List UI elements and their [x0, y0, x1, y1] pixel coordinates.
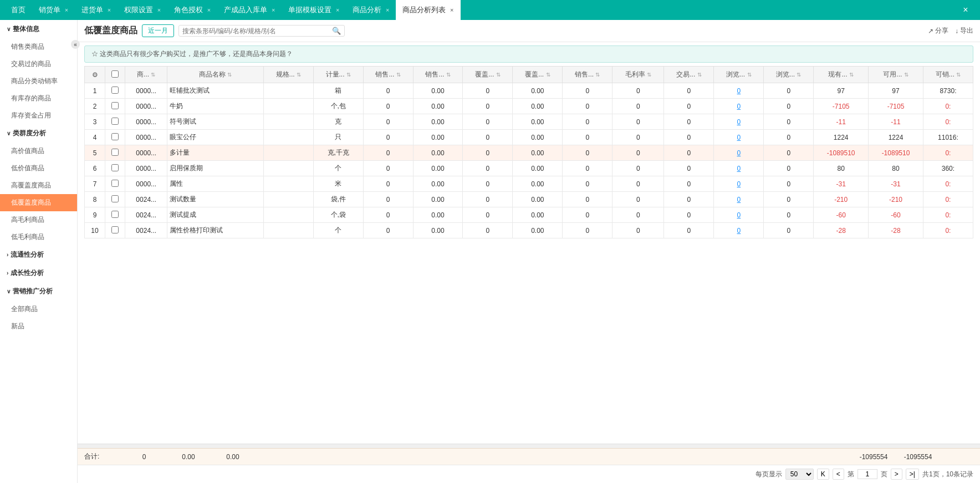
row-browse1[interactable]: 0 [714, 207, 764, 223]
row-browse1[interactable]: 0 [714, 145, 764, 161]
row-checkbox-cell[interactable] [105, 192, 125, 207]
nav-sales-close[interactable]: × [65, 7, 68, 13]
row-checkbox[interactable] [111, 164, 119, 171]
row-checkbox-cell[interactable] [105, 83, 125, 99]
col-spec[interactable]: 规格... ⇅ [263, 67, 313, 83]
col-unit[interactable]: 计量... ⇅ [313, 67, 363, 83]
row-checkbox[interactable] [111, 195, 119, 202]
table-row[interactable]: 8 0024... 测试数量 袋,件 0 0.00 0 0.00 0 0 0 0… [85, 192, 973, 207]
row-browse1[interactable]: 0 [714, 114, 764, 130]
sidebar-item-high-profit[interactable]: 高毛利商品 [0, 211, 77, 228]
table-row[interactable]: 5 0000... 多计量 克,千克 0 0.00 0 0.00 0 0 0 0… [85, 145, 973, 161]
row-checkbox[interactable] [111, 180, 119, 187]
col-browse1[interactable]: 浏览... ⇅ [714, 67, 764, 83]
nav-goods-analysis-list-close[interactable]: × [450, 7, 453, 13]
sidebar-item-in-stock[interactable]: 有库存的商品 [0, 90, 77, 107]
table-row[interactable]: 9 0024... 测试提成 个,袋 0 0.00 0 0.00 0 0 0 0… [85, 207, 973, 223]
row-checkbox-cell[interactable] [105, 207, 125, 223]
row-checkbox[interactable] [111, 211, 119, 218]
row-checkbox[interactable] [111, 133, 119, 140]
col-code[interactable]: 商... ⇅ [125, 67, 167, 83]
page-size-select[interactable]: 20 50 100 200 [785, 469, 814, 480]
select-all-checkbox[interactable] [111, 70, 119, 78]
row-checkbox-cell[interactable] [105, 130, 125, 145]
nav-templates-close[interactable]: × [336, 7, 339, 13]
row-checkbox-cell[interactable] [105, 176, 125, 192]
sidebar-item-category-rate[interactable]: 商品分类动销率 [0, 73, 77, 90]
table-row[interactable]: 6 0000... 启用保质期 个 0 0.00 0 0.00 0 0 0 0 … [85, 161, 973, 176]
sidebar-section-overall[interactable]: « ∨ 整体信息 [0, 20, 77, 38]
page-number-input[interactable] [858, 469, 877, 479]
prev-page-button[interactable]: < [833, 469, 844, 480]
search-icon[interactable]: 🔍 [332, 27, 341, 35]
col-name[interactable]: 商品名称 ⇅ [167, 67, 264, 83]
col-browse2[interactable]: 浏览... ⇅ [764, 67, 814, 83]
row-browse1[interactable]: 0 [714, 99, 764, 114]
col-checkbox[interactable] [105, 67, 125, 83]
nav-templates[interactable]: 单据模板设置 × [282, 0, 346, 20]
row-browse1[interactable]: 0 [714, 192, 764, 207]
col-sales-qty[interactable]: 销售... ⇅ [363, 67, 413, 83]
row-checkbox-cell[interactable] [105, 161, 125, 176]
row-checkbox[interactable] [111, 118, 119, 125]
col-settings[interactable]: ⚙ [85, 67, 105, 83]
nav-goods-analysis-list[interactable]: 商品分析列表 × [396, 0, 460, 20]
sidebar-item-capital[interactable]: 库存资金占用 [0, 107, 77, 124]
sidebar-item-low-profit[interactable]: 低毛利商品 [0, 228, 77, 246]
col-sales-amount[interactable]: 销售... ⇅ [413, 67, 463, 83]
sidebar-item-sales-goods[interactable]: 销售类商品 [0, 38, 77, 55]
nav-roles[interactable]: 角色授权 × [167, 0, 217, 20]
table-row[interactable]: 2 0000... 牛奶 个,包 0 0.00 0 0.00 0 0 0 0 0… [85, 99, 973, 114]
nav-permissions[interactable]: 权限设置 × [118, 0, 167, 20]
table-row[interactable]: 10 0024... 属性价格打印测试 个 0 0.00 0 0.00 0 0 … [85, 223, 973, 238]
nav-goods-analysis[interactable]: 商品分析 × [346, 0, 396, 20]
sidebar-section-growth[interactable]: › 成长性分析 [0, 264, 77, 282]
table-row[interactable]: 4 0000... 眼宝公仔 只 0 0.00 0 0.00 0 0 0 0 0… [85, 130, 973, 145]
row-checkbox-cell[interactable] [105, 223, 125, 238]
row-browse1[interactable]: 0 [714, 130, 764, 145]
col-saleable[interactable]: 可销... ⇅ [923, 67, 973, 83]
col-trade[interactable]: 交易... ⇅ [664, 67, 714, 83]
sidebar-item-high-coverage[interactable]: 高覆盖度商品 [0, 177, 77, 194]
first-page-button[interactable]: K [817, 469, 829, 480]
nav-goods-analysis-close[interactable]: × [386, 7, 389, 13]
nav-home[interactable]: 首页 [4, 0, 32, 20]
row-checkbox-cell[interactable] [105, 145, 125, 161]
nav-permissions-close[interactable]: × [157, 7, 161, 13]
nav-inventory-close[interactable]: × [272, 7, 275, 13]
export-button[interactable]: ↓ 导出 [955, 26, 973, 35]
sidebar-item-all-goods[interactable]: 全部商品 [0, 301, 77, 318]
sidebar-section-marketing[interactable]: ∨ 营销推广分析 [0, 282, 77, 301]
row-browse1[interactable]: 0 [714, 161, 764, 176]
share-button[interactable]: ↗ 分享 [928, 26, 948, 35]
row-browse1[interactable]: 0 [714, 223, 764, 238]
sidebar-collapse-icon[interactable]: « [71, 40, 78, 49]
search-input[interactable] [182, 27, 332, 35]
nav-purchase[interactable]: 进货单 × [75, 0, 118, 20]
row-checkbox[interactable] [111, 149, 119, 156]
table-row[interactable]: 3 0000... 符号测试 克 0 0.00 0 0.00 0 0 0 0 0… [85, 114, 973, 130]
col-sales2[interactable]: 销售... ⇅ [563, 67, 612, 83]
row-checkbox[interactable] [111, 102, 119, 109]
row-browse1[interactable]: 0 [714, 83, 764, 99]
sidebar-item-high-value[interactable]: 高价值商品 [0, 143, 77, 160]
col-available[interactable]: 可用... ⇅ [869, 67, 923, 83]
col-gross-rate[interactable]: 毛利率 ⇅ [612, 67, 664, 83]
nav-purchase-close[interactable]: × [108, 7, 111, 13]
sidebar-section-cluster[interactable]: ∨ 类群度分析 [0, 124, 77, 143]
nav-inventory[interactable]: 产成品入库单 × [217, 0, 282, 20]
sidebar-item-new-goods[interactable]: 新品 [0, 318, 77, 335]
horizontal-scrollbar[interactable] [78, 444, 980, 448]
next-page-button[interactable]: > [891, 469, 902, 480]
window-close-button[interactable]: × [956, 0, 976, 20]
sidebar-item-low-value[interactable]: 低价值商品 [0, 160, 77, 177]
col-cov1[interactable]: 覆盖... ⇅ [463, 67, 513, 83]
row-checkbox[interactable] [111, 87, 119, 94]
table-row[interactable]: 7 0000... 属性 米 0 0.00 0 0.00 0 0 0 0 0 -… [85, 176, 973, 192]
sidebar-item-low-coverage[interactable]: 低覆盖度商品 [0, 194, 77, 211]
row-checkbox-cell[interactable] [105, 99, 125, 114]
sidebar-item-traded-goods[interactable]: 交易过的商品 [0, 55, 77, 73]
row-browse1[interactable]: 0 [714, 176, 764, 192]
last-page-button[interactable]: >| [906, 469, 919, 480]
col-current[interactable]: 现有... ⇅ [814, 67, 869, 83]
